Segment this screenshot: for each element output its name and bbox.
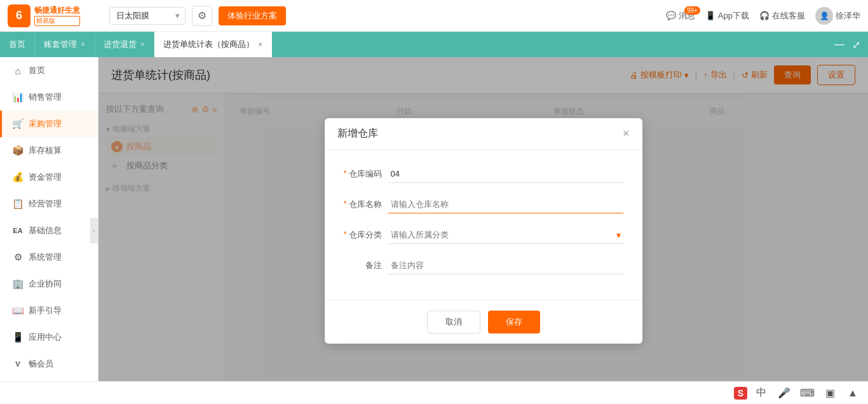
name-input[interactable]	[388, 196, 623, 213]
logo-text: 畅捷通好生意 精易版	[34, 5, 80, 26]
sidebar-item-operation[interactable]: 📋 经营管理	[0, 191, 98, 217]
bottom-icon-notify[interactable]: ▲	[844, 384, 862, 402]
sidebar-label-sales: 销售管理	[29, 91, 62, 103]
home-icon: ⌂	[12, 65, 24, 76]
sidebar-label-enterprise: 企业协同	[29, 278, 62, 290]
form-row-category: 仓库分类 ▾	[344, 226, 623, 244]
bottom-icon-chinese[interactable]: 中	[752, 384, 770, 402]
sidebar-label-inventory: 库存核算	[29, 145, 62, 156]
sidebar-item-system[interactable]: ⚙ 系统管理	[0, 244, 98, 271]
top-right: 💬 消息 99+ 📱 App下载 🎧 在线客服 👤 徐泽华	[666, 7, 860, 25]
tab-purchase-stat[interactable]: 进货单统计表（按商品） ×	[154, 32, 272, 57]
apps-icon: 📱	[12, 332, 24, 343]
category-input[interactable]	[388, 226, 623, 244]
top-bar: 6 畅捷通好生意 精易版 日太阳膜 ⚙ 体验行业方案 💬 消息 99+ 📱 Ap…	[0, 0, 868, 32]
modal-header: 新增仓库 ×	[325, 118, 642, 150]
message-badge: 99+	[684, 6, 700, 15]
note-label: 备注	[344, 260, 388, 271]
tab-purchase-stat-close[interactable]: ×	[258, 40, 262, 49]
app-download-item[interactable]: 📱 App下载	[705, 10, 749, 22]
content-area: 进货单统计(按商品) 🖨 按模板打印 ▾ | ↑ 导出 | ↺ 刷新 查询	[98, 57, 868, 404]
guide-icon: 📖	[12, 305, 24, 316]
tab-account-close[interactable]: ×	[81, 40, 85, 49]
sidebar-item-enterprise[interactable]: 🏢 企业协同	[0, 271, 98, 297]
save-button[interactable]: 保存	[488, 311, 540, 333]
bottom-icon-keyboard[interactable]: ⌨	[798, 384, 816, 402]
modal-body: 仓库编码 仓库名称 仓库分类 ▾	[325, 150, 642, 300]
sales-icon: 📊	[12, 91, 24, 103]
finance-icon: 💰	[12, 172, 24, 183]
sidebar-collapse-button[interactable]: ‹	[90, 218, 98, 243]
tab-account[interactable]: 账套管理 ×	[35, 32, 95, 57]
form-row-code: 仓库编码	[344, 165, 623, 183]
sidebar-label-guide: 新手引导	[29, 305, 62, 316]
tab-purchase-return-label: 进货退货	[104, 39, 137, 50]
note-input[interactable]	[388, 257, 623, 274]
new-warehouse-modal: 新增仓库 × 仓库编码 仓库名称 仓库	[325, 118, 642, 344]
avatar: 👤	[815, 7, 833, 25]
app-icon: 📱	[705, 11, 715, 20]
sidebar-label-purchase: 采购管理	[29, 118, 62, 130]
form-row-note: 备注	[344, 257, 623, 274]
vip-icon: V	[12, 358, 24, 370]
enterprise-icon: 🏢	[12, 278, 24, 290]
cancel-button[interactable]: 取消	[427, 311, 480, 333]
sidebar-item-sales[interactable]: 📊 销售管理	[0, 84, 98, 111]
tab-purchase-stat-label: 进货单统计表（按商品）	[163, 39, 254, 50]
sidebar-label-vip: 畅会员	[29, 358, 53, 370]
tab-purchase-return[interactable]: 进货退货 ×	[95, 32, 154, 57]
sidebar-item-finance[interactable]: 💰 资金管理	[0, 164, 98, 191]
bottom-bar: S 中 🎤 ⌨ ▣ ▲	[0, 381, 868, 404]
name-label: 仓库名称	[344, 199, 388, 210]
service-item[interactable]: 🎧 在线客服	[759, 10, 805, 22]
message-icon: 💬	[666, 11, 676, 20]
operation-icon: 📋	[12, 198, 24, 210]
gear-icon: ⚙	[198, 10, 207, 22]
system-icon: ⚙	[12, 252, 24, 263]
store-name: 日太阳膜	[116, 10, 149, 22]
tab-purchase-return-close[interactable]: ×	[140, 40, 145, 49]
sidebar-item-purchase[interactable]: 🛒 采购管理	[0, 111, 98, 137]
tab-bar: 首页 账套管理 × 进货退货 × 进货单统计表（按商品） × — ⤢	[0, 32, 868, 57]
service-icon: 🎧	[759, 11, 770, 20]
trial-button[interactable]: 体验行业方案	[219, 6, 286, 25]
tab-home-label: 首页	[9, 39, 25, 50]
message-item[interactable]: 💬 消息 99+	[666, 10, 695, 22]
service-label: 在线客服	[772, 10, 805, 22]
modal-title: 新增仓库	[337, 127, 378, 140]
sidebar-item-basic[interactable]: EA 基础信息	[0, 217, 98, 244]
tab-home[interactable]: 首页	[0, 32, 35, 57]
bottom-icon-screen[interactable]: ▣	[821, 384, 839, 402]
modal-overlay: 新增仓库 × 仓库编码 仓库名称 仓库	[98, 57, 868, 404]
store-selector[interactable]: 日太阳膜	[109, 7, 186, 25]
sidebar-item-inventory[interactable]: 📦 库存核算	[0, 137, 98, 164]
code-label: 仓库编码	[344, 168, 388, 180]
code-input[interactable]	[388, 165, 623, 183]
sidebar-label-operation: 经营管理	[29, 198, 62, 210]
sidebar-label-finance: 资金管理	[29, 172, 62, 183]
main-layout: ⌂ 首页 📊 销售管理 🛒 采购管理 📦 库存核算 💰 资金管理 📋 经营管理 …	[0, 57, 868, 404]
tab-minimize-btn[interactable]: —	[832, 37, 847, 51]
sidebar: ⌂ 首页 📊 销售管理 🛒 采购管理 📦 库存核算 💰 资金管理 📋 经营管理 …	[0, 57, 98, 404]
sidebar-item-apps[interactable]: 📱 应用中心	[0, 324, 98, 351]
sidebar-label-home: 首页	[29, 65, 45, 76]
basic-icon: EA	[12, 225, 24, 236]
sidebar-item-guide[interactable]: 📖 新手引导	[0, 297, 98, 324]
username: 徐泽华	[836, 10, 860, 22]
purchase-icon: 🛒	[12, 118, 24, 130]
tab-expand-btn[interactable]: ⤢	[850, 37, 863, 52]
sidebar-item-vip[interactable]: V 畅会员	[0, 351, 98, 377]
user-item[interactable]: 👤 徐泽华	[815, 7, 860, 25]
inventory-icon: 📦	[12, 145, 24, 156]
category-wrapper: ▾	[388, 226, 623, 244]
sidebar-label-system: 系统管理	[29, 252, 62, 263]
tab-account-label: 账套管理	[44, 39, 77, 50]
modal-footer: 取消 保存	[325, 300, 642, 344]
sidebar-label-basic: 基础信息	[29, 225, 62, 236]
modal-close-button[interactable]: ×	[623, 128, 630, 139]
sidebar-item-home[interactable]: ⌂ 首页	[0, 57, 98, 84]
logo-icon: 6	[8, 4, 31, 27]
bottom-icon-mic[interactable]: 🎤	[775, 384, 793, 402]
form-row-name: 仓库名称	[344, 196, 623, 213]
gear-button[interactable]: ⚙	[192, 6, 212, 26]
